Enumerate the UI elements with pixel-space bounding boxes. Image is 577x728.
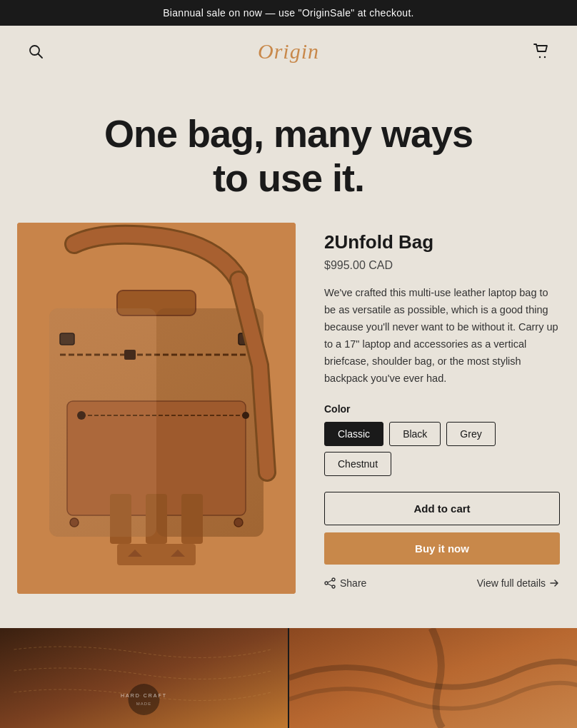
search-button[interactable] bbox=[23, 39, 49, 64]
svg-rect-24 bbox=[49, 308, 156, 537]
svg-point-26 bbox=[332, 578, 335, 581]
svg-line-29 bbox=[328, 580, 332, 582]
hero-headline: One bag, many ways to use it. bbox=[57, 111, 520, 200]
product-details: 2Unfold Bag $995.00 CAD We've crafted th… bbox=[324, 223, 560, 589]
share-link[interactable]: Share bbox=[324, 577, 366, 589]
product-image bbox=[17, 223, 296, 594]
cart-button[interactable] bbox=[528, 39, 554, 64]
svg-point-33 bbox=[129, 684, 160, 715]
color-options: Classic Black Grey Chestnut bbox=[324, 422, 560, 476]
product-description: We've crafted this multi-use leather lap… bbox=[324, 285, 560, 388]
add-to-cart-button[interactable]: Add to cart bbox=[324, 492, 560, 525]
hero-section: One bag, many ways to use it. bbox=[0, 77, 577, 223]
svg-line-30 bbox=[328, 584, 332, 586]
cart-icon bbox=[533, 44, 549, 59]
svg-line-1 bbox=[39, 54, 43, 59]
header: Origin bbox=[0, 26, 577, 77]
color-label: Color bbox=[324, 403, 560, 415]
view-full-details-link[interactable]: View full details bbox=[477, 577, 560, 589]
product-price: $995.00 CAD bbox=[324, 259, 560, 272]
share-icon bbox=[324, 577, 336, 589]
product-section: 2Unfold Bag $995.00 CAD We've crafted th… bbox=[0, 223, 577, 628]
svg-point-3 bbox=[544, 56, 546, 58]
color-btn-grey[interactable]: Grey bbox=[446, 422, 495, 446]
svg-text:HARD CRAFT: HARD CRAFT bbox=[121, 693, 167, 698]
svg-rect-19 bbox=[117, 544, 196, 565]
svg-point-2 bbox=[539, 56, 541, 58]
svg-point-27 bbox=[325, 582, 328, 585]
buy-now-button[interactable]: Buy it now bbox=[324, 532, 560, 565]
bottom-gallery: HARD CRAFT MADE bbox=[0, 628, 577, 728]
color-btn-chestnut[interactable]: Chestnut bbox=[324, 452, 391, 476]
product-footer: Share View full details bbox=[324, 577, 560, 589]
announcement-text: Biannual sale on now — use "OriginSale" … bbox=[163, 7, 414, 19]
svg-point-28 bbox=[332, 585, 335, 588]
gallery-left-image: HARD CRAFT MADE bbox=[0, 628, 288, 728]
color-btn-classic[interactable]: Classic bbox=[324, 422, 383, 446]
announcement-bar: Biannual sale on now — use "OriginSale" … bbox=[0, 0, 577, 26]
bag-svg bbox=[17, 223, 296, 594]
search-icon bbox=[28, 44, 44, 59]
color-btn-black[interactable]: Black bbox=[389, 422, 441, 446]
site-logo[interactable]: Origin bbox=[258, 39, 319, 64]
svg-text:MADE: MADE bbox=[136, 702, 151, 706]
product-title: 2Unfold Bag bbox=[324, 231, 560, 253]
gallery-item-left: HARD CRAFT MADE bbox=[0, 628, 288, 728]
gallery-right-image bbox=[289, 628, 577, 728]
gallery-item-right bbox=[288, 628, 577, 728]
arrow-right-icon bbox=[548, 577, 560, 589]
